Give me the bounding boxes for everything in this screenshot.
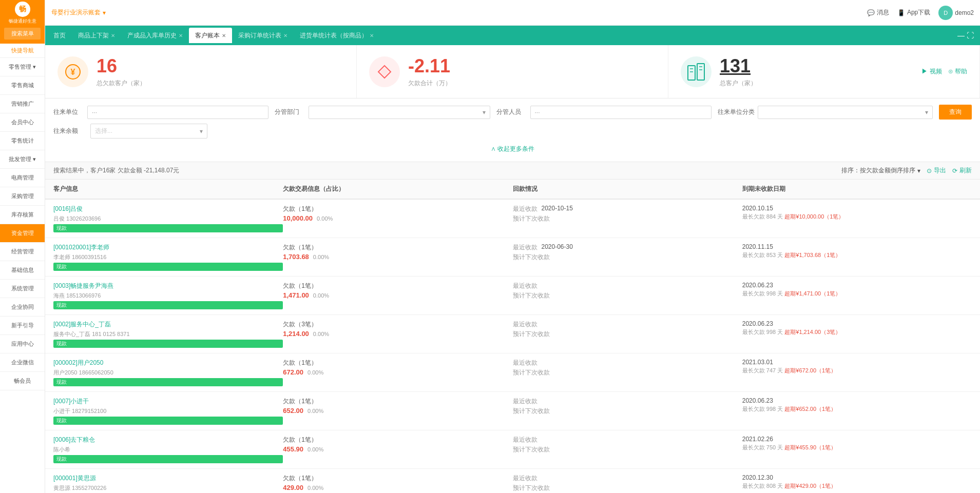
tab-purchase-stat-by-product-close[interactable]: ✕ [370, 33, 374, 38]
table-header: 客户信息 欠款交易信息（占比） 回款情况 到期未收款日期 [45, 180, 980, 200]
refresh-btn[interactable]: ⟳ 刷新 [952, 166, 972, 175]
sidebar-item-retail-mgmt[interactable]: 零售管理 ▾ [0, 58, 45, 76]
collapse-row[interactable]: ∧ 收起更多条件 [53, 143, 972, 155]
tab-prod-history[interactable]: 产成品入库单历史 ✕ [121, 28, 189, 43]
overdue-amount-000002[interactable]: 超期¥672.00（1笔） [784, 367, 836, 373]
purchase-mgmt-label: 采购管理 [2, 192, 43, 200]
user-menu[interactable]: D demo2 [938, 6, 974, 20]
sort-btn[interactable]: 排序：按欠款金额倒序排序 ▾ [841, 166, 920, 175]
debt-info-000002: 欠款（1笔） 672.00 0.00% [283, 359, 512, 376]
tab-prod-history-close[interactable]: ✕ [179, 33, 183, 38]
debt-count-000002: 欠款（1笔） [283, 359, 512, 367]
filter-dept: 分管部门 ▾ [275, 106, 490, 119]
sidebar-item-app-center[interactable]: 应用中心 [0, 335, 45, 353]
debt-amount-0016[interactable]: 10,000.00 [283, 214, 313, 222]
tab-purchase-stat-by-product[interactable]: 进货单统计表（按商品） ✕ [294, 28, 380, 43]
member-label: 会员中心 [2, 119, 43, 126]
overdue-amount-000001[interactable]: 超期¥429.00（1笔） [784, 483, 836, 489]
debt-percent-0006: 0.00% [308, 446, 323, 452]
debt-amount-000001[interactable]: 429.00 [283, 484, 303, 491]
export-btn[interactable]: ⊙ 导出 [927, 166, 946, 175]
sidebar-item-batch-mgmt[interactable]: 批发管理 ▾ [0, 150, 45, 169]
sidebar-item-ecom-mgmt[interactable]: 电商管理 [0, 169, 45, 187]
export-icon: ⊙ [927, 167, 932, 174]
customer-name-00010200001[interactable]: [0001020001]李老师 [53, 243, 283, 252]
video-btn[interactable]: ▶ 视频 [921, 67, 941, 76]
customer-meta-0002: 服务中心_丁磊 181 0125 8371 [53, 330, 283, 338]
debt-amount-00010200001[interactable]: 1,703.68 [283, 253, 309, 261]
tab-purchase-order-stat-label: 采购订单统计表 [238, 31, 281, 40]
tabs-actions: — ⛶ [953, 31, 978, 40]
tab-product-on-off[interactable]: 商品上下架 ✕ [72, 28, 121, 43]
customer-name-0002[interactable]: [0002]服务中心_丁磊 [53, 320, 283, 329]
tab-product-on-off-close[interactable]: ✕ [111, 33, 115, 38]
table-row: [0002]服务中心_丁磊 服务中心_丁磊 181 0125 8371 现款 欠… [45, 315, 980, 353]
customer-name-0003[interactable]: [0003]畅捷服务尹海燕 [53, 282, 283, 290]
customer-name-000001[interactable]: [000001]黄思源 [53, 474, 283, 483]
from-unit-input[interactable]: ··· [87, 106, 268, 119]
overdue-detail-0002: 最长欠款 998 天 超期¥1,214.00（3笔） [742, 328, 972, 336]
debt-amount-0003[interactable]: 1,471.00 [283, 291, 309, 299]
customer-name-000002[interactable]: [000002]用户2050 [53, 359, 283, 367]
sidebar-item-marketing[interactable]: 营销推广 [0, 95, 45, 113]
tabs-maximize-btn[interactable]: ⛶ [967, 31, 974, 40]
overdue-amount-0003[interactable]: 超期¥1,471.00（1笔） [784, 290, 841, 297]
search-menu-button[interactable]: 搜索菜单 [4, 28, 41, 40]
sidebar-item-purchase-mgmt[interactable]: 采购管理 [0, 187, 45, 206]
debt-info-000001: 欠款（1笔） 429.00 0.00% [283, 474, 512, 491]
tab-customer-account-close[interactable]: ✕ [222, 33, 226, 38]
overdue-amount-0002[interactable]: 超期¥1,214.00（3笔） [784, 329, 841, 335]
customer-name-0007[interactable]: [0007]小进干 [53, 397, 283, 406]
sidebar-item-corp-coop[interactable]: 企业协同 [0, 298, 45, 317]
debt-amount-000002[interactable]: 672.00 [283, 368, 303, 376]
sidebar-item-member[interactable]: 会员中心 [0, 113, 45, 132]
customer-name-0006[interactable]: [0006]去下粮仓 [53, 436, 283, 444]
brand-subtitle: 母婴行业演示账套 ▾ [51, 8, 106, 17]
sidebar-nav: 零售管理 ▾ 零售商城 营销推广 会员中心 零售统计 批发管理 ▾ 电商管理 采… [0, 58, 45, 493]
col-debt-info: 欠款交易信息（占比） [283, 185, 512, 193]
sidebar-item-sys-mgmt[interactable]: 系统管理 [0, 280, 45, 298]
username: demo2 [955, 9, 974, 16]
debt-info-0006: 欠款（1笔） 455.90 0.00% [283, 436, 512, 453]
debt-percent-0003: 0.00% [313, 292, 329, 299]
app-download-label: App下载 [907, 8, 930, 17]
sidebar-item-inventory[interactable]: 库存核算 [0, 206, 45, 224]
customer-name-0016[interactable]: [0016]吕俊 [53, 205, 283, 213]
sidebar-item-finance[interactable]: 资金管理 [0, 224, 45, 243]
sidebar-item-ops-mgmt[interactable]: 经营管理 [0, 243, 45, 261]
overdue-amount-00010200001[interactable]: 超期¥1,703.68（1笔） [784, 252, 841, 258]
logo-text: 畅捷通好生意 [9, 18, 36, 25]
help-btn[interactable]: ⊙ 帮助 [948, 67, 967, 76]
ops-mgmt-label: 经营管理 [2, 248, 43, 255]
person-input[interactable]: ··· [530, 106, 712, 119]
dropdown-icon[interactable]: ▾ [103, 9, 106, 16]
total-customers-value[interactable]: 131 [720, 55, 913, 77]
content: ¥ 16 总欠款客户（家） -2.11 欠款合计（万） [45, 45, 980, 493]
search-button[interactable]: 查询 [939, 105, 972, 120]
topbar: 母婴行业演示账套 ▾ 💬 消息 📱 App下载 D demo2 [45, 0, 980, 26]
tab-purchase-order-stat[interactable]: 采购订单统计表 ✕ [232, 28, 294, 43]
debt-amount-0002[interactable]: 1,214.00 [283, 330, 309, 338]
tabs-minimize-btn[interactable]: — [957, 31, 965, 40]
dept-select[interactable]: ▾ [309, 106, 490, 119]
quick-nav[interactable]: 快捷导航 [0, 44, 45, 58]
overdue-amount-0016[interactable]: 超期¥10,000.00（1笔） [784, 213, 844, 220]
message-btn[interactable]: 💬 消息 [867, 8, 889, 17]
sidebar-item-retail-mall[interactable]: 零售商城 [0, 76, 45, 95]
sidebar-item-retail-stat[interactable]: 零售统计 [0, 132, 45, 150]
balance-select[interactable]: 选择... ▾ [90, 124, 207, 139]
tab-customer-account[interactable]: 客户账本 ✕ [189, 28, 232, 43]
sidebar-item-basic-info[interactable]: 基础信息 [0, 261, 45, 280]
debt-amount-0006[interactable]: 455.90 [283, 445, 303, 453]
unit-classify-chevron-icon: ▾ [925, 109, 928, 116]
sidebar-item-vip-member[interactable]: 畅会员 [0, 372, 45, 390]
tab-purchase-order-stat-close[interactable]: ✕ [283, 33, 287, 38]
app-download-btn[interactable]: 📱 App下载 [897, 8, 930, 17]
overdue-amount-0006[interactable]: 超期¥455.90（1笔） [784, 444, 836, 450]
tab-home[interactable]: 首页 [47, 28, 72, 43]
overdue-amount-0007[interactable]: 超期¥652.00（1笔） [784, 406, 836, 412]
sidebar-item-new-guide[interactable]: 新手引导 [0, 317, 45, 335]
unit-classify-select[interactable]: ▾ [758, 106, 933, 119]
sidebar-item-corp-wx[interactable]: 企业微信 [0, 353, 45, 372]
debt-amount-0007[interactable]: 652.00 [283, 407, 303, 415]
